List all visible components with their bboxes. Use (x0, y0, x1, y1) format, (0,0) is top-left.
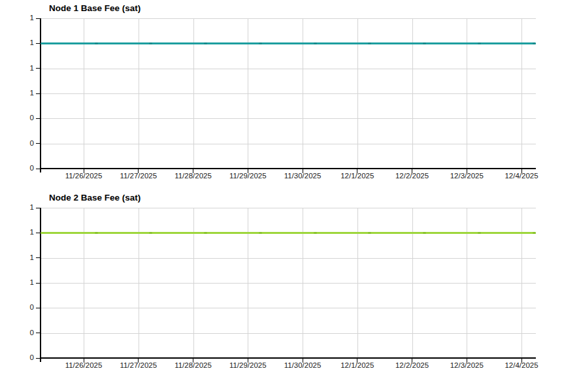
fee-charts-dashboard: Node 1 Base Fee (sat) 111100011/26/20251… (0, 0, 562, 392)
data-point-marker (204, 232, 207, 234)
gridline-vertical (412, 18, 413, 169)
chart-node2-base-fee: Node 2 Base Fee (sat) 111100011/26/20251… (0, 189, 562, 379)
y-tick-label: 1 (30, 14, 34, 22)
y-tick-label: 1 (30, 229, 34, 237)
gridline-horizontal (41, 308, 536, 308)
x-tick-label: 12/2/2025 (395, 362, 429, 370)
gridline-horizontal (41, 69, 536, 69)
data-point-marker (368, 232, 371, 234)
gridline-vertical (412, 208, 413, 358)
gridline-vertical (84, 208, 84, 358)
data-point-marker (478, 232, 481, 234)
data-point-marker (149, 232, 152, 234)
data-point-marker (533, 42, 536, 44)
y-tick-label: 1 (30, 65, 34, 73)
data-point-marker (204, 42, 207, 44)
x-axis-line (41, 168, 536, 169)
x-tick-label: 11/29/2025 (229, 362, 267, 370)
y-tick-label: 0 (30, 165, 34, 172)
data-point-marker (149, 42, 152, 44)
x-tick-label: 11/27/2025 (120, 362, 157, 370)
x-tick-label: 11/28/2025 (174, 172, 212, 180)
x-tick-label: 12/1/2025 (340, 172, 374, 180)
x-tick-label: 11/29/2025 (229, 172, 267, 180)
chart-title-node2: Node 2 Base Fee (sat) (49, 193, 140, 203)
x-tick-label: 11/28/2025 (174, 362, 212, 370)
y-tick-label: 1 (30, 40, 34, 48)
data-point-marker (259, 232, 262, 234)
y-axis-line (40, 208, 41, 362)
gridline-horizontal (41, 333, 536, 334)
gridline-vertical (84, 18, 84, 169)
gridline-horizontal (41, 93, 536, 94)
gridline-horizontal (41, 144, 536, 144)
gridline-horizontal (41, 208, 536, 208)
gridline-vertical (303, 208, 303, 358)
chart-title-node1: Node 1 Base Fee (sat) (49, 3, 140, 13)
y-tick-label: 1 (30, 204, 34, 212)
x-tick-label: 11/30/2025 (284, 172, 322, 180)
chart-node1-base-fee: Node 1 Base Fee (sat) 111100011/26/20251… (0, 0, 562, 189)
plot-area-node2: 111100011/26/202511/27/202511/28/202511/… (41, 208, 536, 358)
gridline-vertical (467, 208, 467, 358)
gridline-vertical (248, 208, 248, 358)
gridline-vertical (139, 208, 139, 358)
gridline-vertical (193, 18, 194, 169)
gridline-vertical (248, 18, 248, 169)
y-tick-label: 1 (30, 279, 34, 287)
x-tick-label: 12/3/2025 (450, 362, 484, 370)
x-tick-label: 12/4/2025 (504, 172, 538, 180)
data-point-marker (478, 42, 481, 44)
x-axis-line (41, 357, 536, 359)
y-tick-label: 0 (30, 304, 34, 312)
gridline-vertical (193, 208, 194, 358)
gridline-vertical (357, 18, 358, 169)
gridline-vertical (467, 18, 467, 169)
data-point-marker (314, 232, 317, 234)
data-point-marker (533, 232, 536, 234)
series-line (41, 42, 536, 44)
gridline-horizontal (41, 118, 536, 119)
gridline-vertical (303, 18, 303, 169)
data-point-marker (259, 42, 262, 44)
gridline-vertical (521, 208, 522, 358)
x-tick-label: 11/26/2025 (65, 172, 103, 180)
gridline-vertical (521, 18, 522, 169)
gridline-horizontal (41, 18, 536, 19)
gridline-horizontal (41, 258, 536, 259)
y-tick-label: 0 (30, 329, 34, 337)
data-point-marker (95, 232, 98, 234)
data-point-marker (368, 42, 371, 44)
gridline-vertical (139, 18, 139, 169)
x-tick-label: 11/27/2025 (120, 172, 157, 180)
gridline-horizontal (41, 283, 536, 284)
data-point-marker (423, 42, 426, 44)
y-tick-label: 1 (30, 254, 34, 262)
x-tick-label: 11/30/2025 (284, 362, 322, 370)
series-line (41, 232, 536, 234)
plot-area-node1: 111100011/26/202511/27/202511/28/202511/… (41, 18, 536, 169)
data-point-marker (314, 42, 317, 44)
x-tick-label: 11/26/2025 (65, 362, 103, 370)
data-point-marker (95, 42, 98, 44)
data-point-marker (423, 232, 426, 234)
x-tick-label: 12/1/2025 (340, 362, 374, 370)
x-tick-label: 12/2/2025 (395, 172, 429, 180)
x-tick-label: 12/4/2025 (504, 362, 538, 370)
y-tick-label: 0 (30, 354, 34, 362)
gridline-vertical (357, 208, 358, 358)
y-tick-label: 1 (30, 90, 34, 97)
y-tick-label: 0 (30, 115, 34, 123)
y-tick-label: 0 (30, 140, 34, 148)
x-tick-label: 12/3/2025 (450, 172, 484, 180)
y-axis-line (40, 18, 41, 172)
